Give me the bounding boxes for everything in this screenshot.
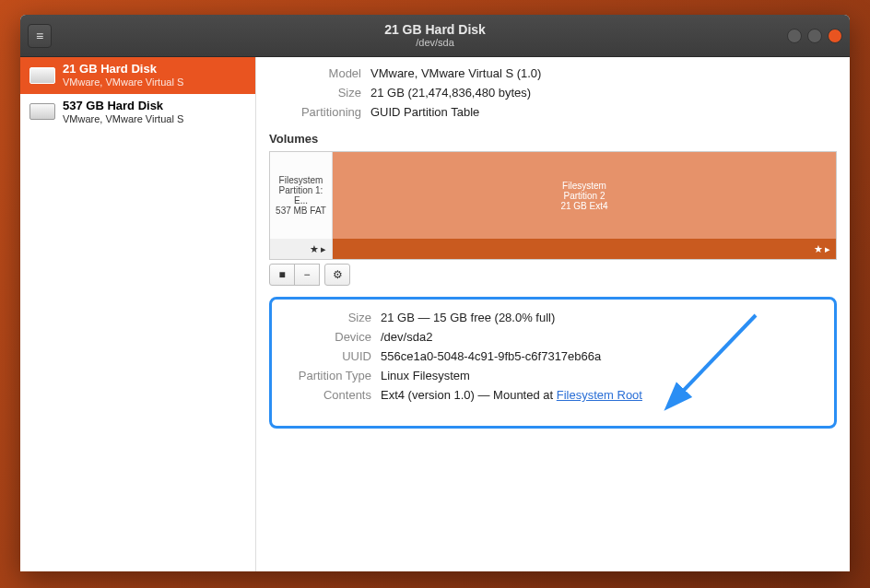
disk-sub: VMware, VMware Virtual S xyxy=(63,76,183,88)
volume-toolbar: ■ − ⚙ xyxy=(269,264,837,286)
disk-sub: VMware, VMware Virtual S xyxy=(63,113,183,125)
vol2-line2: Partition 2 xyxy=(333,191,836,201)
volumes-diagram: Filesystem Partition 1: E... 537 MB FAT … xyxy=(269,151,837,260)
minimize-button[interactable] xyxy=(787,29,802,43)
unmount-button[interactable]: ■ xyxy=(269,264,295,286)
contents-prefix: Ext4 (version 1.0) — Mounted at xyxy=(381,388,557,402)
model-label: Model xyxy=(269,66,361,80)
titlebar: ≡ 21 GB Hard Disk /dev/sda xyxy=(20,15,850,57)
disk-name: 21 GB Hard Disk xyxy=(63,63,183,76)
hard-disk-icon xyxy=(29,67,55,84)
close-button[interactable] xyxy=(828,29,842,43)
ptype-label: Partition Type xyxy=(279,369,371,382)
window-subtitle: /dev/sda xyxy=(384,37,486,49)
filesystem-root-link[interactable]: Filesystem Root xyxy=(557,388,642,402)
ptype-value: Linux Filesystem xyxy=(381,369,470,382)
contents-value: Ext4 (version 1.0) — Mounted at Filesyst… xyxy=(381,388,642,402)
vol1-line3: 537 MB FAT xyxy=(272,206,330,216)
vol2-line1: Filesystem xyxy=(333,181,836,191)
delete-button[interactable]: − xyxy=(294,264,320,286)
window-title: 21 GB Hard Disk xyxy=(384,22,486,38)
partitioning-value: GUID Partition Table xyxy=(370,105,479,119)
partitioning-label: Partitioning xyxy=(269,105,361,119)
play-icon: ▸ xyxy=(321,243,326,255)
sidebar-disk-item[interactable]: 21 GB Hard Disk VMware, VMware Virtual S xyxy=(20,57,255,94)
gear-icon: ⚙ xyxy=(333,268,343,281)
menu-button[interactable]: ≡ xyxy=(28,24,52,48)
model-value: VMware, VMware Virtual S (1.0) xyxy=(370,66,541,80)
hard-disk-icon xyxy=(29,103,55,120)
maximize-button[interactable] xyxy=(807,29,822,43)
settings-button[interactable]: ⚙ xyxy=(324,264,350,286)
uuid-value: 556ce1a0-5048-4c91-9fb5-c6f7317eb66a xyxy=(381,349,601,363)
vol1-line2: Partition 1: E... xyxy=(272,185,330,206)
size-label: Size xyxy=(269,86,361,100)
volume-partition-2[interactable]: Filesystem Partition 2 21 GB Ext4 ★ ▸ xyxy=(333,152,836,259)
star-icon: ★ xyxy=(310,243,319,255)
psize-label: Size xyxy=(279,311,371,324)
sidebar: 21 GB Hard Disk VMware, VMware Virtual S… xyxy=(20,57,256,571)
vol2-line3: 21 GB Ext4 xyxy=(333,201,836,211)
vol1-line1: Filesystem xyxy=(272,175,330,185)
stop-icon: ■ xyxy=(278,268,285,281)
device-value: /dev/sda2 xyxy=(381,330,432,344)
volume-partition-1[interactable]: Filesystem Partition 1: E... 537 MB FAT … xyxy=(270,152,333,259)
volumes-heading: Volumes xyxy=(269,132,837,146)
main-content: Model VMware, VMware Virtual S (1.0) Siz… xyxy=(256,57,850,571)
highlight-annotation: Size 21 GB — 15 GB free (28.0% full) Dev… xyxy=(269,297,837,429)
minus-icon: − xyxy=(303,268,310,281)
sidebar-disk-item[interactable]: 537 GB Hard Disk VMware, VMware Virtual … xyxy=(20,94,255,131)
device-label: Device xyxy=(279,330,371,344)
star-icon: ★ xyxy=(814,243,823,255)
contents-label: Contents xyxy=(279,388,371,402)
play-icon: ▸ xyxy=(825,243,830,255)
disk-name: 537 GB Hard Disk xyxy=(63,100,183,113)
uuid-label: UUID xyxy=(279,349,371,363)
psize-value: 21 GB — 15 GB free (28.0% full) xyxy=(381,311,555,324)
size-value: 21 GB (21,474,836,480 bytes) xyxy=(370,86,531,100)
disks-window: ≡ 21 GB Hard Disk /dev/sda 21 GB Hard Di… xyxy=(20,15,850,571)
